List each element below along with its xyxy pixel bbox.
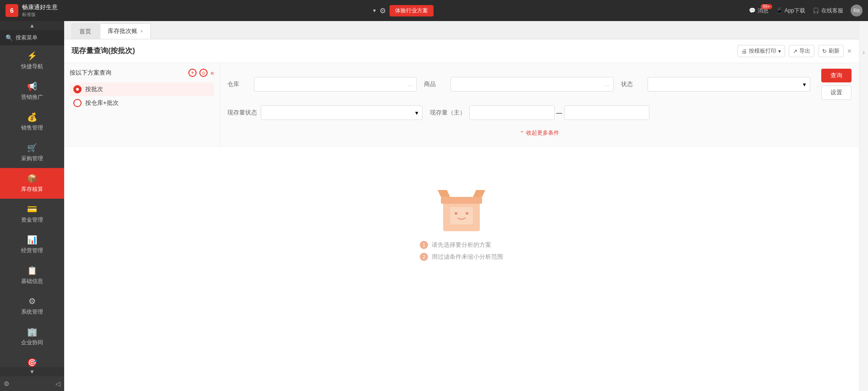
svg-marker-3 xyxy=(473,190,485,197)
nav-dropdown[interactable]: ▾ xyxy=(373,7,376,14)
export-btn[interactable]: ↗ 导出 xyxy=(789,45,814,57)
page-close-btn[interactable]: × xyxy=(847,47,852,55)
product-input[interactable]: ... xyxy=(450,77,613,92)
search-icon: 🔍 xyxy=(5,34,13,41)
print-btn[interactable]: 🖨 按模板打印 ▾ xyxy=(737,45,785,57)
sidebar-item-quick-nav[interactable]: ⚡ 快捷导航 xyxy=(0,45,64,76)
sidebar-item-label: 快捷导航 xyxy=(21,63,43,71)
status-chevron-icon: ▾ xyxy=(803,81,806,88)
refresh-btn[interactable]: ↻ 刷新 xyxy=(818,45,844,57)
settings-gear-icon[interactable]: ⚙ xyxy=(379,6,386,15)
step-2-text: 用过滤条件来缩小分析范围 xyxy=(432,253,503,261)
finance-icon: 💳 xyxy=(27,204,37,214)
filter-panel: 按以下方案查询 + ⊙ « 按批次 xyxy=(64,63,859,147)
sidebar-item-finance[interactable]: 💳 资金管理 xyxy=(0,199,64,229)
svg-rect-4 xyxy=(450,207,473,224)
scheme-settings-icon[interactable]: ⊙ xyxy=(199,69,208,77)
inventory-icon: 📦 xyxy=(27,174,37,184)
sidebar-collapse-btn[interactable]: ◁ xyxy=(55,380,60,387)
svg-marker-2 xyxy=(438,190,450,197)
sidebar-item-label: 系统管理 xyxy=(21,308,43,316)
sidebar-search-label: 搜索菜单 xyxy=(16,34,38,42)
sidebar-item-newbie[interactable]: 🎯 新手引导 xyxy=(0,352,64,367)
warehouse-input[interactable]: ... xyxy=(254,77,417,92)
scroll-up-btn[interactable]: ▲ xyxy=(0,21,64,30)
print-icon: 🖨 xyxy=(742,48,747,54)
warehouse-label: 仓库 xyxy=(227,80,250,88)
experience-btn[interactable]: 体验行业方案 xyxy=(390,5,434,16)
online-service-label: 在线客服 xyxy=(821,7,843,15)
tab-bar: 首页 库存批次账 × xyxy=(64,21,859,39)
app-download-label: App下载 xyxy=(785,7,805,15)
enterprise-icon: 🏢 xyxy=(27,327,37,337)
right-panel-close-btn[interactable]: › xyxy=(863,49,865,56)
sidebar-item-sales[interactable]: 💰 销售管理 xyxy=(0,107,64,137)
scheme-panel: 按以下方案查询 + ⊙ « 按批次 xyxy=(64,63,220,146)
collapse-bar[interactable]: ⌃ 收起更多条件 xyxy=(227,125,852,141)
scheme-add-icon[interactable]: + xyxy=(188,69,197,77)
svg-rect-1 xyxy=(441,197,482,204)
system-icon: ⚙ xyxy=(28,296,36,306)
scheme-collapse-icon[interactable]: « xyxy=(210,69,214,76)
stock-qty-min-input[interactable] xyxy=(469,105,555,120)
sidebar-search[interactable]: 🔍 搜索菜单 xyxy=(0,30,64,45)
field-row-2: 现存量状态 ▾ 现存量（主） — xyxy=(227,105,852,120)
sidebar-menu: ⚡ 快捷导航 📢 营销推广 💰 销售管理 🛒 采购管理 📦 库存核算 💳 xyxy=(0,45,64,367)
product-label: 商品 xyxy=(424,80,447,88)
content-area: 首页 库存批次账 × 现存量查询(按批次) 🖨 按模板打印 ▾ xyxy=(64,21,859,391)
brand-logo: 6 xyxy=(5,4,18,17)
scheme-actions: + ⊙ « xyxy=(188,69,214,77)
empty-steps: 1 请先选择要分析的方案 2 用过滤条件来缩小分析范围 xyxy=(420,241,503,261)
newbie-icon: 🎯 xyxy=(27,358,37,367)
sidebar-item-marketing[interactable]: 📢 营销推广 xyxy=(0,76,64,107)
sidebar-item-label: 营销推广 xyxy=(21,93,43,101)
scheme-item-by-batch[interactable]: 按批次 xyxy=(70,82,214,96)
page-content: 现存量查询(按批次) 🖨 按模板打印 ▾ ↗ 导出 ↻ xyxy=(64,39,859,391)
settings-btn[interactable]: 设置 xyxy=(821,85,852,100)
empty-step-2: 2 用过滤条件来缩小分析范围 xyxy=(420,253,503,261)
stock-qty-max-input[interactable] xyxy=(564,105,649,120)
status-select[interactable]: ▾ xyxy=(648,77,810,92)
page-header-actions: 🖨 按模板打印 ▾ ↗ 导出 ↻ 刷新 xyxy=(737,45,844,57)
tab-home[interactable]: 首页 xyxy=(71,23,99,39)
sidebar-item-label: 采购管理 xyxy=(21,155,43,163)
purchase-icon: 🛒 xyxy=(27,143,37,153)
sidebar-item-label: 经营管理 xyxy=(21,247,43,255)
stock-qty-field-group: 现存量（主） — xyxy=(430,105,649,120)
sidebar-item-purchase[interactable]: 🛒 采购管理 xyxy=(0,137,64,168)
sidebar-item-system[interactable]: ⚙ 系统管理 xyxy=(0,291,64,321)
messages-btn[interactable]: 💬 消息 99+ xyxy=(749,7,769,15)
svg-point-6 xyxy=(466,212,468,215)
scroll-down-btn[interactable]: ▼ xyxy=(0,367,64,376)
sidebar: ▲ 🔍 搜索菜单 ⚡ 快捷导航 📢 营销推广 💰 销售管理 🛒 采购管理 xyxy=(0,21,64,391)
user-avatar-btn[interactable]: Rit xyxy=(851,5,863,16)
query-btn[interactable]: 查询 xyxy=(821,69,852,82)
sidebar-settings-btn[interactable]: ⚙ xyxy=(4,380,10,387)
online-service-btn[interactable]: 🎧 在线客服 xyxy=(813,7,843,15)
quick-nav-icon: ⚡ xyxy=(27,51,37,61)
export-icon: ↗ xyxy=(793,48,797,54)
page-header: 现存量查询(按批次) 🖨 按模板打印 ▾ ↗ 导出 ↻ xyxy=(64,39,859,63)
sidebar-item-enterprise[interactable]: 🏢 企业协同 xyxy=(0,321,64,352)
warehouse-more-icon[interactable]: ... xyxy=(408,81,412,87)
stock-status-select[interactable]: ▾ xyxy=(261,105,423,120)
search-fields: 仓库 ... 商品 ... xyxy=(220,63,859,146)
field-row-1: 仓库 ... 商品 ... xyxy=(227,69,852,100)
product-more-icon[interactable]: ... xyxy=(605,81,610,87)
nav-dropdown-arrow: ▾ xyxy=(373,7,376,14)
tab-close-btn[interactable]: × xyxy=(140,29,143,34)
page-title: 现存量查询(按批次) xyxy=(71,46,135,56)
operations-icon: 📊 xyxy=(27,235,37,245)
stock-qty-dash: — xyxy=(556,109,562,116)
app-download-btn[interactable]: 📱 App下载 xyxy=(776,7,805,15)
product-field-group: 商品 ... xyxy=(424,77,613,92)
marketing-icon: 📢 xyxy=(27,81,37,92)
right-panel: › xyxy=(859,21,868,391)
sidebar-item-operations[interactable]: 📊 经营管理 xyxy=(0,229,64,260)
sidebar-item-inventory[interactable]: 📦 库存核算 xyxy=(0,168,64,199)
sidebar-item-basics[interactable]: 📋 基础信息 xyxy=(0,260,64,291)
headset-icon: 🎧 xyxy=(813,7,819,14)
tab-inventory-batch[interactable]: 库存批次账 × xyxy=(100,23,151,39)
stock-status-field-group: 现存量状态 ▾ xyxy=(227,105,423,120)
scheme-item-by-warehouse-batch[interactable]: 按仓库+批次 xyxy=(70,96,214,110)
